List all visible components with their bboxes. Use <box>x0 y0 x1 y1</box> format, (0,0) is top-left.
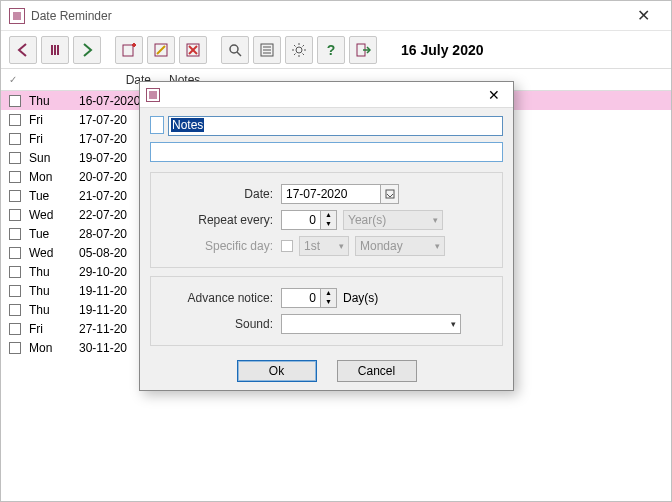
sound-label: Sound: <box>161 317 281 331</box>
specific-day-label: Specific day: <box>161 239 281 253</box>
row-day: Thu <box>29 265 79 279</box>
row-checkbox[interactable] <box>9 323 21 335</box>
row-checkbox[interactable] <box>9 266 21 278</box>
row-checkbox[interactable] <box>9 342 21 354</box>
window-title: Date Reminder <box>31 9 623 23</box>
exit-button[interactable] <box>349 36 377 64</box>
row-day: Mon <box>29 170 79 184</box>
row-checkbox[interactable] <box>9 171 21 183</box>
row-day: Mon <box>29 341 79 355</box>
svg-line-23 <box>303 53 305 55</box>
new-entry-button[interactable] <box>115 36 143 64</box>
row-day: Tue <box>29 227 79 241</box>
window-close-button[interactable]: ✕ <box>623 4 663 28</box>
search-button[interactable] <box>221 36 249 64</box>
row-day: Thu <box>29 303 79 317</box>
nav-prev-button[interactable] <box>9 36 37 64</box>
row-checkbox[interactable] <box>9 228 21 240</box>
cancel-button[interactable]: Cancel <box>337 360 417 382</box>
app-icon <box>9 8 25 24</box>
nav-today-button[interactable] <box>41 36 69 64</box>
notice-panel: Advance notice: 0 ▲▼ Day(s) Sound: ▾ <box>150 276 503 346</box>
row-day: Thu <box>29 284 79 298</box>
current-date-label: 16 July 2020 <box>401 42 484 58</box>
svg-line-22 <box>294 45 296 47</box>
repeat-label: Repeat every: <box>161 213 281 227</box>
row-checkbox[interactable] <box>9 95 21 107</box>
column-check[interactable]: ✓ <box>9 74 29 85</box>
delete-entry-button[interactable] <box>179 36 207 64</box>
edit-entry-button[interactable] <box>147 36 175 64</box>
svg-line-24 <box>294 53 296 55</box>
description-input[interactable] <box>150 142 503 162</box>
row-day: Sun <box>29 151 79 165</box>
edit-dialog: ✕ Notes Date: 17-07-2020 Repeat every: 0 <box>139 81 514 391</box>
row-day: Fri <box>29 113 79 127</box>
row-day: Fri <box>29 132 79 146</box>
date-panel: Date: 17-07-2020 Repeat every: 0 ▲▼ Year… <box>150 172 503 268</box>
settings-button[interactable] <box>285 36 313 64</box>
svg-point-17 <box>296 47 302 53</box>
row-day: Wed <box>29 246 79 260</box>
svg-rect-3 <box>123 45 133 56</box>
notes-input[interactable]: Notes <box>168 116 503 136</box>
row-checkbox[interactable] <box>9 247 21 259</box>
sound-select[interactable]: ▾ <box>281 314 461 334</box>
specific-ordinal-select: 1st▾ <box>299 236 349 256</box>
main-window: Date Reminder ✕ ? 16 July 2020 ✓ Date No… <box>0 0 672 502</box>
row-day: Tue <box>29 189 79 203</box>
row-checkbox[interactable] <box>9 190 21 202</box>
repeat-unit-select: Year(s)▾ <box>343 210 443 230</box>
dialog-close-button[interactable]: ✕ <box>481 87 507 103</box>
date-picker-button[interactable] <box>381 184 399 204</box>
row-checkbox[interactable] <box>9 133 21 145</box>
dialog-icon <box>146 88 160 102</box>
date-label: Date: <box>161 187 281 201</box>
svg-line-12 <box>237 52 241 56</box>
row-checkbox[interactable] <box>9 114 21 126</box>
toolbar: ? 16 July 2020 <box>1 31 671 69</box>
notes-checkbox[interactable] <box>150 116 164 134</box>
days-suffix: Day(s) <box>343 291 378 305</box>
row-day: Wed <box>29 208 79 222</box>
ok-button[interactable]: Ok <box>237 360 317 382</box>
nav-next-button[interactable] <box>73 36 101 64</box>
specific-weekday-select: Monday▾ <box>355 236 445 256</box>
date-field[interactable]: 17-07-2020 <box>281 184 381 204</box>
row-checkbox[interactable] <box>9 152 21 164</box>
row-checkbox[interactable] <box>9 209 21 221</box>
row-checkbox[interactable] <box>9 304 21 316</box>
row-day: Thu <box>29 94 79 108</box>
row-checkbox[interactable] <box>9 285 21 297</box>
row-day: Fri <box>29 322 79 336</box>
advance-label: Advance notice: <box>161 291 281 305</box>
svg-line-7 <box>157 46 165 54</box>
list-button[interactable] <box>253 36 281 64</box>
help-button[interactable]: ? <box>317 36 345 64</box>
svg-line-25 <box>303 45 305 47</box>
dialog-titlebar: ✕ <box>140 82 513 108</box>
repeat-spinner[interactable]: 0 ▲▼ <box>281 210 337 230</box>
titlebar: Date Reminder ✕ <box>1 1 671 31</box>
advance-spinner[interactable]: 0 ▲▼ <box>281 288 337 308</box>
svg-point-11 <box>230 45 238 53</box>
specific-day-checkbox[interactable] <box>281 240 293 252</box>
